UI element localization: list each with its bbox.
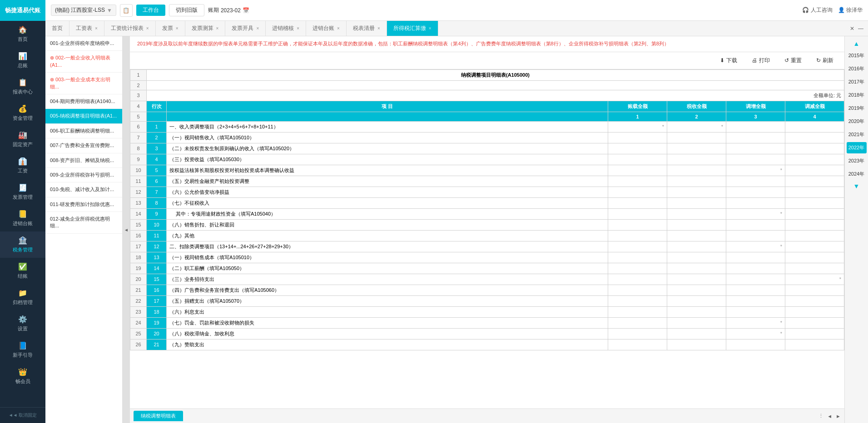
table-wrapper[interactable]: 1 纳税调整项目明细表(A105000) 2 3 全额单位 xyxy=(130,69,844,408)
tab-invoice-open-close[interactable]: × xyxy=(256,26,259,31)
sheet-tab[interactable]: 纳税调整明细表 xyxy=(134,411,183,421)
left-panel-item-002[interactable]: 002-一般企业收入明细表(A1... xyxy=(45,51,122,73)
tab-tax-table-close[interactable]: × xyxy=(377,26,380,31)
item-text[interactable]: 一、收入类调整项目（2+3+4+5+6+7+8+10+11） xyxy=(167,121,608,132)
tab-purchase-ledger[interactable]: 进销台账 × xyxy=(306,21,347,36)
panel-collapse-arrow[interactable]: ◄ xyxy=(123,36,130,423)
tab-invoice-open[interactable]: 发票开具 × xyxy=(225,21,266,36)
sidebar-footer[interactable]: ◄◄ 取消固定 xyxy=(0,407,45,423)
user-avatar[interactable]: 👤 徐泽华 xyxy=(838,6,863,14)
service-button[interactable]: 🎧 人工咨询 xyxy=(802,6,832,14)
tab-purchase-ledger-close[interactable]: × xyxy=(337,26,340,31)
year-2024[interactable]: 2024年 xyxy=(847,168,867,180)
close-all-icon[interactable]: ✕ xyxy=(850,25,854,32)
year-2015[interactable]: 2015年 xyxy=(847,50,867,61)
item-text[interactable]: （一）视同销售成本（填写A105010） xyxy=(167,252,608,263)
sidebar-item-settings[interactable]: ⚙️ 设置 xyxy=(0,310,45,337)
horizontal-scroll-right[interactable]: ► xyxy=(836,413,841,419)
tab-income-tax-close[interactable]: × xyxy=(429,26,432,31)
item-text[interactable]: （七）罚金、罚款和被没收财物的损失 xyxy=(167,317,608,328)
item-text[interactable]: （九）其他 xyxy=(167,230,608,241)
item-text[interactable]: 其中：专项用途财政性资金（填写A105040） xyxy=(167,208,608,219)
download-button[interactable]: ⬇ 下载 xyxy=(716,55,741,66)
item-text[interactable]: （四）广告费和业务宣传费支出（填写A105060） xyxy=(167,285,608,295)
tab-purchase-check-close[interactable]: × xyxy=(297,26,299,31)
left-panel-item-006[interactable]: 006-职工薪酬纳税调整明细... xyxy=(45,124,122,138)
minimize-icon[interactable]: — xyxy=(858,25,863,32)
left-panel-item-007[interactable]: 007-广告费和业务宣传费附... xyxy=(45,138,122,153)
tab-salary-close[interactable]: × xyxy=(95,26,98,31)
year-2016[interactable]: 2016年 xyxy=(847,63,867,74)
year-2022[interactable]: 2022年 xyxy=(847,142,867,153)
col-num-3: 3 xyxy=(726,112,785,121)
left-panel-item-005[interactable]: 005-纳税调整项目明细表(A1... xyxy=(45,109,122,123)
year-2019[interactable]: 2019年 xyxy=(847,103,867,114)
workspace-button[interactable]: 工作台 xyxy=(136,5,165,16)
year-2021[interactable]: 2021年 xyxy=(847,129,867,140)
refresh-button[interactable]: ↻ 刷新 xyxy=(813,55,837,66)
report-icon: 📋 xyxy=(18,78,27,87)
period-selector[interactable]: 账期 2023-02 📅 xyxy=(208,6,249,14)
item-text[interactable]: （五）交易性金融资产初始投资调整 xyxy=(167,176,608,187)
tab-salary[interactable]: 工资表 × xyxy=(69,21,104,36)
company-selector[interactable]: (物副) 江西股室-LSS ▼ xyxy=(51,5,116,16)
sidebar-item-invoice[interactable]: 🧾 发票管理 xyxy=(0,179,45,205)
left-panel-item-010[interactable]: 010-免税、减计收入及加计... xyxy=(45,182,122,197)
tab-purchase-check[interactable]: 进销稽核 × xyxy=(266,21,306,36)
year-2020[interactable]: 2020年 xyxy=(847,116,867,127)
table-row: 13 8 （七）不征税收入 xyxy=(130,197,844,208)
left-panel-item-003[interactable]: 003-一般企业成本支出明细... xyxy=(45,73,122,94)
sidebar-item-assets[interactable]: 🏭 固定资产 xyxy=(0,126,45,152)
year-nav-up[interactable]: ▲ xyxy=(847,38,867,49)
left-panel-item-001[interactable]: 001-企业所得税年度纳税申... xyxy=(45,36,122,51)
left-panel-item-012[interactable]: 012-减免企业所得税优惠明细... xyxy=(45,212,122,234)
left-panel-item-009[interactable]: 009-企业所得税弥补亏损明... xyxy=(45,168,122,182)
tab-invoice-calc[interactable]: 发票测算 × xyxy=(185,21,226,36)
sidebar-item-ledger[interactable]: 📊 总账 xyxy=(0,47,45,74)
sidebar-item-finance[interactable]: 💰 资金管理 xyxy=(0,100,45,126)
switch-old-button[interactable]: 切到旧版 xyxy=(169,4,204,16)
sidebar-item-home[interactable]: 🏠 首页 xyxy=(0,21,45,47)
item-text[interactable]: （九）赞助支出 xyxy=(167,339,608,350)
reset-button[interactable]: ↺ 重置 xyxy=(781,55,805,66)
item-text[interactable]: （七）不征税收入 xyxy=(167,197,608,208)
tab-invoice-calc-close[interactable]: × xyxy=(216,26,219,31)
year-nav-down[interactable]: ▼ xyxy=(847,181,867,192)
sidebar-item-tax[interactable]: 🏦 税务管理 xyxy=(0,231,45,258)
tab-salary-report-close[interactable]: × xyxy=(146,26,149,31)
item-text[interactable]: （六）公允价值变动净损益 xyxy=(167,187,608,197)
item-text[interactable]: （三）业务招待支出 xyxy=(167,274,608,285)
sidebar-item-vip[interactable]: 👑 畅会员 xyxy=(0,363,45,389)
year-2018[interactable]: 2018年 xyxy=(847,89,867,101)
item-text[interactable]: （八）税收滞纳金、加收利息 xyxy=(167,328,608,339)
sidebar-item-purchase[interactable]: 📒 进销台账 xyxy=(0,205,45,231)
tab-invoice-close[interactable]: × xyxy=(176,26,179,31)
item-text[interactable]: （二）职工薪酬（填写A105050） xyxy=(167,263,608,274)
item-text[interactable]: （八）销售折扣、折让和退回 xyxy=(167,219,608,230)
sidebar-item-closing[interactable]: ✅ 结账 xyxy=(0,258,45,284)
item-text[interactable]: （一）视同销售收入（填写A105010） xyxy=(167,132,608,143)
item-text[interactable]: （二）未按权责发生制原则确认的收入（填写A105020） xyxy=(167,143,608,154)
sidebar-item-guide[interactable]: 📘 新手引导 xyxy=(0,337,45,363)
left-panel-item-004[interactable]: 004-期间费用明细表(A1040... xyxy=(45,94,122,109)
tab-invoice[interactable]: 发票 × xyxy=(156,21,185,36)
tab-salary-report[interactable]: 工资统计报表 × xyxy=(104,21,156,36)
item-text[interactable]: 二、扣除类调整项目（13+14+...24+26+27+28+29+30） xyxy=(167,241,608,252)
year-2017[interactable]: 2017年 xyxy=(847,76,867,88)
tab-tax-table[interactable]: 税表清册 × xyxy=(347,21,387,36)
year-2023[interactable]: 2023年 xyxy=(847,155,867,167)
item-text[interactable]: （六）利息支出 xyxy=(167,306,608,317)
item-text[interactable]: 按权益法核算长期股权投资对初始投资成本调整确认收益 xyxy=(167,165,608,176)
tab-home[interactable]: 首页 xyxy=(45,21,69,36)
sidebar-item-salary[interactable]: 👔 工资 xyxy=(0,152,45,179)
print-button[interactable]: 🖨 打印 xyxy=(748,55,774,66)
left-panel-item-008[interactable]: 008-资产折旧、摊销及纳税... xyxy=(45,153,122,168)
horizontal-scroll-left[interactable]: ◄ xyxy=(827,413,832,419)
company-info-icon[interactable]: 📋 xyxy=(120,4,133,17)
item-text[interactable]: （五）捐赠支出（填写A105070） xyxy=(167,295,608,306)
sidebar-item-report[interactable]: 📋 报表中心 xyxy=(0,74,45,100)
left-panel-item-011[interactable]: 011-研发费用加计扣除优惠... xyxy=(45,197,122,212)
item-text[interactable]: （三）投资收益（填写A105030） xyxy=(167,154,608,165)
sidebar-item-archive[interactable]: 📁 归档管理 xyxy=(0,284,45,310)
tab-income-tax[interactable]: 所得税汇算缴 × xyxy=(387,21,438,36)
